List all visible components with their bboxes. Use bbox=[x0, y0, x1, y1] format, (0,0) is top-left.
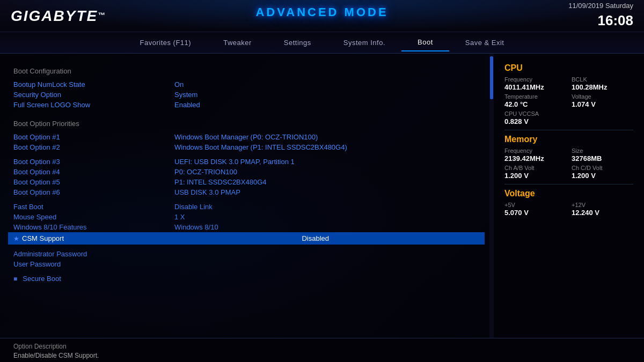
secure-boot-icon: ■ bbox=[13, 275, 17, 283]
voltage-section-title: Voltage bbox=[504, 189, 633, 198]
security-option-row[interactable]: Security Option System bbox=[13, 90, 479, 100]
csm-support-row[interactable]: ★ CSM Support Disabled bbox=[8, 232, 485, 245]
cpu-grid: Frequency 4011.41MHz BCLK 100.28MHz Temp… bbox=[504, 76, 633, 125]
boot-option-5-row[interactable]: Boot Option #5 P1: INTEL SSDSC2BX480G4 bbox=[13, 177, 479, 187]
main-area: Boot Configuration Bootup NumLock State … bbox=[0, 54, 644, 338]
tab-tweaker[interactable]: Tweaker bbox=[207, 34, 268, 51]
boot-option-2-row[interactable]: Boot Option #2 Windows Boot Manager (P1:… bbox=[13, 142, 479, 152]
memory-size-block: Size 32768MB bbox=[572, 147, 633, 162]
main-scrollbar[interactable] bbox=[489, 54, 494, 338]
boot-option-3-row[interactable]: Boot Option #3 UEFI: USB DISK 3.0 PMAP, … bbox=[13, 157, 479, 167]
mouse-speed-row[interactable]: Mouse Speed 1 X bbox=[13, 212, 479, 222]
tab-sysinfo[interactable]: System Info. bbox=[327, 34, 401, 51]
voltage-grid: +5V 5.070 V +12V 12.240 V bbox=[504, 202, 633, 217]
tab-save-exit[interactable]: Save & Exit bbox=[449, 34, 521, 51]
cpu-vccsa-block: CPU VCCSA 0.828 V bbox=[504, 110, 566, 125]
datetime-display: 11/09/2019 Saturday 16:08 bbox=[568, 1, 633, 31]
boot-config-title: Boot Configuration bbox=[13, 67, 479, 75]
windows-features-row[interactable]: Windows 8/10 Features Windows 8/10 bbox=[13, 222, 479, 232]
nav-tabs: Favorites (F11) Tweaker Settings System … bbox=[0, 32, 644, 54]
cpu-section-title: CPU bbox=[504, 63, 633, 73]
memory-section-title: Memory bbox=[504, 135, 633, 144]
memory-chab-block: Ch A/B Volt 1.200 V bbox=[504, 165, 566, 180]
secure-boot-row[interactable]: ■ Secure Boot bbox=[13, 274, 479, 284]
tab-settings[interactable]: Settings bbox=[268, 34, 327, 51]
memory-frequency-block: Frequency 2139.42MHz bbox=[504, 147, 566, 162]
gigabyte-logo: GIGABYTE™ bbox=[11, 8, 106, 25]
fast-boot-row[interactable]: Fast Boot Disable Link bbox=[13, 202, 479, 212]
memory-chcd-block: Ch C/D Volt 1.200 V bbox=[572, 165, 633, 180]
scrollbar-thumb[interactable] bbox=[490, 56, 493, 99]
admin-password-row[interactable]: Administrator Password bbox=[13, 249, 479, 259]
header: GIGABYTE™ ADVANCED MODE 11/09/2019 Satur… bbox=[0, 0, 644, 32]
option-description-text: Enable/Disable CSM Support. bbox=[13, 352, 631, 359]
cpu-temp-block: Temperature 42.0 °C bbox=[504, 93, 566, 108]
boot-option-priorities-title: Boot Option Priorities bbox=[13, 120, 479, 128]
bootup-numlock-row[interactable]: Bootup NumLock State On bbox=[13, 79, 479, 90]
user-password-row[interactable]: User Password bbox=[13, 259, 479, 269]
cpu-frequency-block: Frequency 4011.41MHz bbox=[504, 76, 566, 91]
tab-boot[interactable]: Boot bbox=[401, 34, 449, 51]
voltage-5v-block: +5V 5.070 V bbox=[504, 202, 566, 217]
tab-favorites[interactable]: Favorites (F11) bbox=[124, 34, 208, 51]
right-panel: CPU Frequency 4011.41MHz BCLK 100.28MHz … bbox=[494, 54, 644, 338]
full-screen-logo-row[interactable]: Full Screen LOGO Show Enabled bbox=[13, 100, 479, 110]
option-description-panel: Option Description Enable/Disable CSM Su… bbox=[0, 338, 644, 362]
boot-option-4-row[interactable]: Boot Option #4 P0: OCZ-TRION100 bbox=[13, 167, 479, 177]
cpu-voltage-block: Voltage 1.074 V bbox=[572, 93, 633, 108]
left-panel: Boot Configuration Bootup NumLock State … bbox=[0, 54, 494, 338]
boot-option-6-row[interactable]: Boot Option #6 USB DISK 3.0 PMAP bbox=[13, 187, 479, 197]
csm-star-icon: ★ bbox=[13, 235, 19, 242]
cpu-bclk-block: BCLK 100.28MHz bbox=[572, 76, 633, 91]
cpu-divider bbox=[504, 130, 633, 130]
voltage-12v-block: +12V 12.240 V bbox=[572, 202, 633, 217]
option-description-title: Option Description bbox=[13, 343, 631, 350]
memory-divider bbox=[504, 184, 633, 184]
memory-grid: Frequency 2139.42MHz Size 32768MB Ch A/B… bbox=[504, 147, 633, 180]
advanced-mode-title: ADVANCED MODE bbox=[255, 5, 388, 19]
boot-option-1-row[interactable]: Boot Option #1 Windows Boot Manager (P0:… bbox=[13, 132, 479, 142]
